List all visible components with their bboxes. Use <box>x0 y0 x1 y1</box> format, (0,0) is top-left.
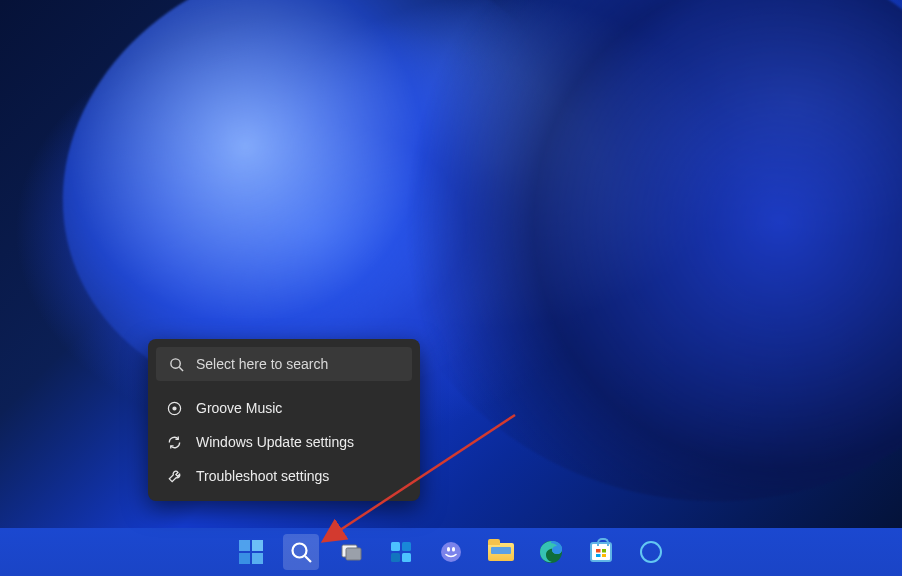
svg-point-13 <box>441 542 461 562</box>
widgets-button[interactable] <box>383 534 419 570</box>
suggestion-groove-music[interactable]: Groove Music <box>156 391 412 425</box>
search-popup: Groove Music Windows Update settings Tro… <box>148 339 420 501</box>
suggestion-label: Troubleshoot settings <box>196 468 329 484</box>
suggestion-label: Windows Update settings <box>196 434 354 450</box>
svg-point-5 <box>293 544 307 558</box>
edge-button[interactable] <box>533 534 569 570</box>
cortana-icon <box>640 541 662 563</box>
svg-rect-12 <box>402 553 411 562</box>
store-icon <box>590 542 612 562</box>
svg-line-6 <box>305 556 311 562</box>
suggestion-label: Groove Music <box>196 400 282 416</box>
start-button[interactable] <box>233 534 269 570</box>
edge-icon <box>539 540 563 564</box>
chat-icon <box>439 540 463 564</box>
desktop-wallpaper <box>0 0 902 576</box>
svg-rect-11 <box>391 553 400 562</box>
refresh-icon <box>166 434 182 450</box>
svg-rect-9 <box>391 542 400 551</box>
svg-rect-10 <box>402 542 411 551</box>
svg-rect-15 <box>452 547 455 552</box>
search-suggestions: Groove Music Windows Update settings Tro… <box>156 391 412 493</box>
wrench-icon <box>166 468 182 484</box>
cortana-button[interactable] <box>633 534 669 570</box>
search-icon <box>289 540 313 564</box>
search-input[interactable] <box>196 356 400 372</box>
search-icon <box>168 356 184 372</box>
svg-rect-8 <box>346 548 361 560</box>
disc-icon <box>166 400 182 416</box>
search-button[interactable] <box>283 534 319 570</box>
suggestion-windows-update[interactable]: Windows Update settings <box>156 425 412 459</box>
task-view-icon <box>339 540 363 564</box>
svg-point-3 <box>173 407 176 410</box>
task-view-button[interactable] <box>333 534 369 570</box>
windows-logo-icon <box>239 540 263 564</box>
file-explorer-icon <box>488 543 514 561</box>
chat-button[interactable] <box>433 534 469 570</box>
widgets-icon <box>389 540 413 564</box>
store-button[interactable] <box>583 534 619 570</box>
svg-line-1 <box>179 367 183 371</box>
svg-point-0 <box>170 358 179 367</box>
suggestion-troubleshoot[interactable]: Troubleshoot settings <box>156 459 412 493</box>
file-explorer-button[interactable] <box>483 534 519 570</box>
search-input-container[interactable] <box>156 347 412 381</box>
taskbar <box>0 528 902 576</box>
svg-rect-14 <box>447 547 450 552</box>
